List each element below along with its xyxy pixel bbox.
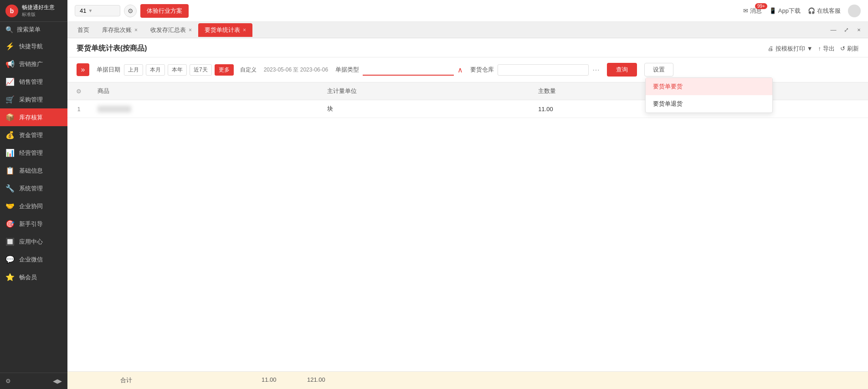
nav-icon-basic-info: 📋 bbox=[5, 166, 15, 175]
print-template-btn[interactable]: 🖨 按模板打印 ▼ bbox=[768, 45, 813, 53]
message-icon: ✉ bbox=[743, 7, 748, 14]
store-selector[interactable]: 41 ▼ bbox=[75, 5, 120, 16]
more-options-btn[interactable]: ⋯ bbox=[592, 66, 600, 74]
topbar-left: 41 ▼ ⚙ 体验行业方案 bbox=[75, 4, 738, 18]
date-shortcuts: 上月 本月 本年 近7天 更多 自定义 bbox=[124, 64, 260, 76]
tab-home[interactable]: 首页 bbox=[71, 23, 96, 37]
nav-icon-wechat: 💬 bbox=[5, 255, 15, 264]
topbar: 41 ▼ ⚙ 体验行业方案 ✉ 消息 99+ 📱 App下载 🎧 在线客服 bbox=[67, 0, 868, 22]
main-area: 41 ▼ ⚙ 体验行业方案 ✉ 消息 99+ 📱 App下载 🎧 在线客服 bbox=[67, 0, 868, 389]
sidebar-collapse-btn[interactable]: ◀▶ bbox=[53, 378, 62, 384]
dropdown-item-order-return[interactable]: 要货单退货 bbox=[646, 95, 772, 113]
nav-icon-membership: ⭐ bbox=[5, 273, 15, 282]
sidebar-item-app-center[interactable]: 🔲 应用中心 bbox=[0, 233, 67, 251]
filter-expand-btn[interactable]: » bbox=[77, 63, 89, 76]
sidebar: b 畅捷通好生意 标准版 🔍 搜索菜单 ⚡ 快捷导航 📢 营销推广 📈 销售管理… bbox=[0, 0, 67, 389]
date-custom-btn[interactable]: 自定义 bbox=[236, 65, 260, 75]
date-btn-this-year[interactable]: 本年 bbox=[168, 64, 187, 76]
industry-btn[interactable]: 体验行业方案 bbox=[140, 4, 189, 18]
messages-badge: 99+ bbox=[755, 3, 767, 9]
export-btn[interactable]: ↑ 导出 bbox=[818, 45, 835, 53]
date-range-display: 2023-05-06 至 2023-06-06 bbox=[264, 66, 328, 74]
type-filter-input[interactable] bbox=[363, 64, 454, 76]
type-dropdown-popup: 要货单要货 要货单退货 bbox=[645, 77, 773, 113]
warehouse-filter-input[interactable] bbox=[498, 64, 589, 76]
settings-icon[interactable]: ⚙ bbox=[5, 378, 11, 384]
setup-btn[interactable]: 设置 bbox=[644, 63, 673, 77]
sidebar-item-membership[interactable]: ⭐ 畅会员 bbox=[0, 268, 67, 286]
nav-icon-sales: 📈 bbox=[5, 77, 15, 86]
nav-icon-quick-nav: ⚡ bbox=[5, 42, 15, 51]
online-service-btn[interactable]: 🎧 在线客服 bbox=[808, 7, 841, 15]
filter-bar: » 单据日期 上月 本月 本年 近7天 更多 自定义 2023-05-06 至 … bbox=[67, 57, 868, 82]
date-btn-this-month[interactable]: 本月 bbox=[146, 64, 165, 76]
nav-icon-inventory: 📦 bbox=[5, 113, 15, 122]
avatar[interactable] bbox=[848, 5, 861, 17]
nav-icon-marketing: 📢 bbox=[5, 60, 15, 68]
nav-icon-guide: 🎯 bbox=[5, 220, 15, 228]
sidebar-item-wechat[interactable]: 💬 企业微信 bbox=[0, 251, 67, 268]
nav-icon-business: 📊 bbox=[5, 148, 15, 157]
cell-product: ████████ bbox=[90, 100, 320, 118]
search-icon: 🔍 bbox=[5, 26, 13, 33]
tab-inventory-batch[interactable]: 库存批次账 × bbox=[96, 23, 144, 37]
sidebar-footer: ⚙ ◀▶ bbox=[0, 373, 67, 389]
col-settings-icon[interactable]: ⚙ bbox=[76, 88, 82, 95]
sidebar-item-inventory[interactable]: 📦 库存核算 bbox=[0, 108, 67, 126]
col-unit: 主计量单位 bbox=[320, 82, 531, 100]
dropdown-item-order-request[interactable]: 要货单要货 bbox=[646, 78, 772, 95]
topbar-settings-btn[interactable]: ⚙ bbox=[124, 5, 137, 17]
sidebar-item-guide[interactable]: 🎯 新手引导 bbox=[0, 215, 67, 233]
sidebar-item-basic-info[interactable]: 📋 基础信息 bbox=[0, 162, 67, 179]
tab-minimize-btn[interactable]: — bbox=[828, 25, 839, 36]
table-container: ⚙ 商品 主计量单位 主数量 零售金额 1 ████████ 块 bbox=[67, 82, 868, 371]
tabs-actions: — ⤢ × bbox=[828, 25, 864, 36]
date-filter-label: 单据日期 bbox=[97, 66, 120, 74]
close-tab-inventory-batch[interactable]: × bbox=[134, 27, 138, 33]
date-btn-more[interactable]: 更多 bbox=[215, 64, 234, 76]
sidebar-item-system[interactable]: 🔧 系统管理 bbox=[0, 179, 67, 197]
tab-expand-btn[interactable]: ⤢ bbox=[841, 25, 852, 36]
refresh-btn[interactable]: ↺ 刷新 bbox=[840, 45, 859, 53]
store-dropdown-arrow: ▼ bbox=[88, 8, 92, 13]
footer-label: 合计 bbox=[98, 376, 207, 384]
nav-icon-cooperation: 🤝 bbox=[5, 202, 15, 210]
sidebar-search[interactable]: 🔍 搜索菜单 bbox=[0, 22, 67, 37]
sidebar-item-cooperation[interactable]: 🤝 企业协同 bbox=[0, 197, 67, 215]
nav-icon-finance: 💰 bbox=[5, 131, 15, 139]
sidebar-item-purchase[interactable]: 🛒 采购管理 bbox=[0, 91, 67, 108]
nav-icon-purchase: 🛒 bbox=[5, 95, 15, 104]
close-tab-collection-summary[interactable]: × bbox=[189, 27, 192, 33]
date-btn-last-month[interactable]: 上月 bbox=[124, 64, 143, 76]
type-dropdown-arrow[interactable]: ∧ bbox=[457, 66, 463, 74]
page-content: 要货单统计表(按商品) 🖨 按模板打印 ▼ ↑ 导出 ↺ 刷新 » bbox=[67, 38, 868, 389]
sidebar-nav: ⚡ 快捷导航 📢 营销推广 📈 销售管理 🛒 采购管理 📦 库存核算 💰 资金管… bbox=[0, 37, 67, 373]
col-settings: ⚙ bbox=[67, 82, 90, 100]
cell-unit: 块 bbox=[320, 100, 531, 118]
tab-close-all-btn[interactable]: × bbox=[853, 25, 864, 36]
app-download-btn[interactable]: 📱 App下载 bbox=[769, 7, 801, 15]
footer-amount: 121.00 bbox=[307, 376, 353, 384]
sidebar-item-marketing[interactable]: 📢 营销推广 bbox=[0, 55, 67, 73]
sidebar-item-finance[interactable]: 💰 资金管理 bbox=[0, 126, 67, 144]
download-icon: 📱 bbox=[769, 7, 776, 14]
sidebar-item-business[interactable]: 📊 经营管理 bbox=[0, 144, 67, 162]
tabs-bar: 首页 库存批次账 × 收发存汇总表 × 要货单统计表 × — ⤢ × bbox=[67, 22, 868, 38]
type-filter-group: 单据类型 ∧ 要货单要货 要货单退货 bbox=[335, 64, 463, 76]
app-logo-icon: b bbox=[5, 5, 18, 17]
close-tab-order-stats[interactable]: × bbox=[243, 27, 246, 33]
date-btn-last-7days[interactable]: 近7天 bbox=[190, 64, 212, 76]
sidebar-item-sales[interactable]: 📈 销售管理 bbox=[0, 73, 67, 91]
warehouse-filter-label: 要货仓库 bbox=[470, 66, 494, 74]
tab-collection-summary[interactable]: 收发存汇总表 × bbox=[144, 23, 198, 37]
sidebar-item-quick-nav[interactable]: ⚡ 快捷导航 bbox=[0, 37, 67, 55]
tab-order-stats[interactable]: 要货单统计表 × bbox=[198, 23, 252, 37]
export-icon: ↑ bbox=[818, 45, 822, 52]
gear-icon: ⚙ bbox=[128, 7, 134, 15]
nav-icon-app-center: 🔲 bbox=[5, 237, 15, 246]
topbar-right: ✉ 消息 99+ 📱 App下载 🎧 在线客服 bbox=[743, 5, 861, 17]
query-btn[interactable]: 查询 bbox=[607, 63, 637, 77]
messages-btn[interactable]: ✉ 消息 99+ bbox=[743, 7, 762, 15]
table-footer: 合计 11.00 121.00 bbox=[67, 371, 868, 389]
nav-icon-system: 🔧 bbox=[5, 184, 15, 193]
